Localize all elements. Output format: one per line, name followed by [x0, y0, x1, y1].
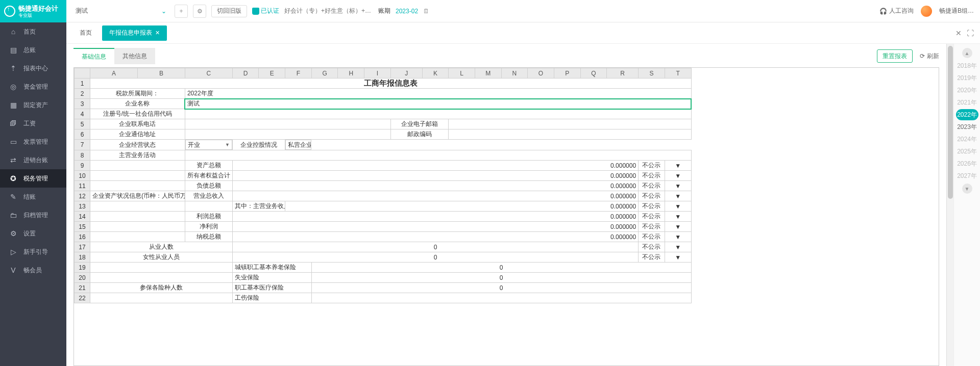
cell[interactable]: 0.000000 — [232, 191, 638, 201]
nav-税务管理[interactable]: ✪税务管理 — [0, 169, 66, 188]
cell[interactable]: ▼ — [665, 191, 691, 201]
year-2018年[interactable]: 2018年 — [956, 60, 978, 71]
nav-总账[interactable]: ▤总账 — [0, 41, 66, 59]
cell[interactable]: 开业 — [185, 140, 232, 150]
row-header[interactable]: 17 — [75, 242, 90, 252]
cell[interactable]: 0 — [232, 242, 638, 252]
cell[interactable]: ▼ — [665, 201, 691, 212]
row-header[interactable]: 1 — [75, 79, 90, 89]
col-header[interactable]: B — [137, 68, 185, 79]
year-2021年[interactable]: 2021年 — [956, 97, 978, 108]
cell[interactable]: 0 — [311, 273, 691, 283]
cell[interactable]: 不公示 — [639, 212, 665, 222]
cell[interactable]: 不公示 — [639, 191, 665, 201]
fullscreen-icon[interactable]: ⛶ — [967, 29, 974, 37]
cell[interactable]: ▼ — [665, 252, 691, 263]
row-header[interactable]: 9 — [75, 161, 90, 171]
col-header[interactable] — [75, 68, 90, 79]
cell[interactable] — [185, 129, 390, 140]
row-header[interactable]: 6 — [75, 129, 90, 140]
year-2022年[interactable]: 2022年 — [956, 109, 978, 120]
nav-畅会员[interactable]: V畅会员 — [0, 261, 66, 279]
cell[interactable]: 私营企业 — [285, 140, 311, 150]
refresh-button[interactable]: ⟳ 刷新 — [920, 52, 939, 61]
cell[interactable]: 0.000000 — [232, 181, 638, 191]
nav-设置[interactable]: ⚙设置 — [0, 224, 66, 243]
row-header[interactable]: 16 — [75, 232, 90, 242]
row-header[interactable]: 8 — [75, 150, 90, 161]
cell[interactable]: ▼ — [665, 181, 691, 191]
nav-进销台账[interactable]: ⇄进销台账 — [0, 151, 66, 169]
close-icon[interactable]: ✕ — [155, 30, 160, 36]
row-header[interactable]: 20 — [75, 273, 90, 283]
year-2019年[interactable]: 2019年 — [956, 72, 978, 84]
col-header[interactable]: Q — [580, 68, 607, 79]
col-header[interactable]: M — [475, 68, 501, 79]
row-header[interactable]: 13 — [75, 201, 90, 212]
period-value[interactable]: 2023-02 — [396, 8, 418, 15]
cell[interactable]: ▼ — [665, 232, 691, 242]
row-header[interactable]: 18 — [75, 252, 90, 263]
cell[interactable]: 不公示 — [639, 222, 665, 232]
cell[interactable] — [449, 119, 691, 129]
support-link[interactable]: 🎧 人工咨询 — [879, 7, 914, 15]
cell[interactable]: ▼ — [665, 242, 691, 252]
switch-old-version-button[interactable]: 切回旧版 — [211, 5, 247, 17]
cell[interactable]: 0.000000 — [232, 212, 638, 222]
spreadsheet[interactable]: ABCDEFGHIJKLMNOPQRST 1工商年报信息表2税款所属期间：202… — [74, 67, 939, 366]
cell[interactable] — [185, 119, 390, 129]
year-2026年[interactable]: 2026年 — [956, 158, 978, 169]
cell[interactable]: 0.000000 — [232, 222, 638, 232]
avatar[interactable] — [921, 6, 932, 17]
cell[interactable] — [185, 150, 691, 161]
tab-home[interactable]: 首页 — [72, 25, 99, 41]
scrollbar-thumb[interactable] — [948, 46, 953, 199]
cell[interactable]: 不公示 — [639, 252, 665, 263]
col-header[interactable]: N — [501, 68, 528, 79]
row-header[interactable]: 22 — [75, 293, 90, 303]
year-down-button[interactable]: ▼ — [962, 184, 972, 194]
cell[interactable]: 不公示 — [639, 242, 665, 252]
vertical-scrollbar[interactable] — [946, 44, 953, 366]
nav-新手引导[interactable]: ▷新手引导 — [0, 243, 66, 261]
col-header[interactable]: C — [185, 68, 232, 79]
add-button[interactable]: ＋ — [175, 5, 188, 18]
cell[interactable]: 不公示 — [639, 201, 665, 212]
col-header[interactable]: P — [554, 68, 580, 79]
row-header[interactable]: 21 — [75, 283, 90, 293]
row-header[interactable]: 15 — [75, 222, 90, 232]
cell[interactable] — [449, 129, 691, 140]
col-header[interactable]: F — [285, 68, 312, 79]
col-header[interactable]: E — [259, 68, 285, 79]
cell[interactable]: ▼ — [665, 161, 691, 171]
year-2023年[interactable]: 2023年 — [956, 121, 978, 133]
settings-button[interactable]: ⚙ — [193, 5, 206, 18]
row-header[interactable]: 7 — [75, 140, 90, 150]
col-header[interactable]: H — [338, 68, 364, 79]
cell[interactable]: ▼ — [665, 171, 691, 181]
cell[interactable]: 0.000000 — [285, 201, 639, 212]
nav-工资[interactable]: 🗊工资 — [0, 114, 66, 133]
col-header[interactable]: R — [607, 68, 639, 79]
nav-发票管理[interactable]: ▭发票管理 — [0, 133, 66, 151]
nav-报表中心[interactable]: ⇡报表中心 — [0, 59, 66, 77]
row-header[interactable]: 4 — [75, 109, 90, 119]
row-header[interactable]: 14 — [75, 212, 90, 222]
col-header[interactable]: S — [639, 68, 665, 79]
cell[interactable]: 0 — [311, 263, 691, 273]
cell[interactable] — [185, 109, 691, 119]
cell[interactable]: 不公示 — [639, 171, 665, 181]
row-header[interactable]: 3 — [75, 99, 90, 109]
year-2020年[interactable]: 2020年 — [956, 85, 978, 96]
cell[interactable]: ▼ — [665, 222, 691, 232]
col-header[interactable]: O — [528, 68, 554, 79]
year-2024年[interactable]: 2024年 — [956, 134, 978, 145]
close-all-icon[interactable]: ✕ — [955, 29, 962, 37]
subtab-basic[interactable]: 基础信息 — [74, 48, 114, 64]
cell[interactable]: 不公示 — [639, 161, 665, 171]
col-header[interactable]: I — [364, 68, 391, 79]
cell[interactable]: 0.000000 — [232, 161, 638, 171]
cell[interactable]: 不公示 — [639, 232, 665, 242]
nav-资金管理[interactable]: ◎资金管理 — [0, 77, 66, 96]
cell[interactable]: ▼ — [665, 212, 691, 222]
